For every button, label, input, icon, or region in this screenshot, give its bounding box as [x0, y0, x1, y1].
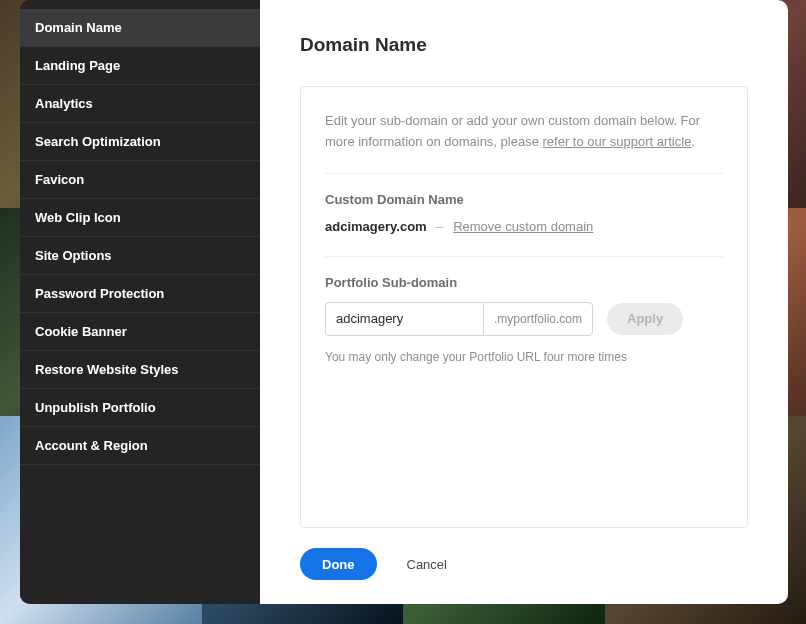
sidebar-item-label: Favicon — [35, 172, 84, 187]
panel-footer: Done Cancel — [300, 548, 748, 580]
settings-panel: Domain Name Edit your sub-domain or add … — [260, 0, 788, 604]
settings-sidebar: Domain Name Landing Page Analytics Searc… — [20, 0, 260, 604]
custom-domain-value: adcimagery.com — [325, 219, 427, 234]
subdomain-suffix: .myportfolio.com — [483, 302, 593, 336]
sidebar-item-unpublish-portfolio[interactable]: Unpublish Portfolio — [20, 389, 260, 427]
sidebar-item-password-protection[interactable]: Password Protection — [20, 275, 260, 313]
settings-modal: Domain Name Landing Page Analytics Searc… — [20, 0, 788, 604]
subdomain-row: .myportfolio.com Apply — [325, 302, 723, 336]
sidebar-item-label: Cookie Banner — [35, 324, 127, 339]
sidebar-item-label: Password Protection — [35, 286, 164, 301]
sidebar-item-site-options[interactable]: Site Options — [20, 237, 260, 275]
sidebar-item-label: Restore Website Styles — [35, 362, 179, 377]
sidebar-item-favicon[interactable]: Favicon — [20, 161, 260, 199]
intro-text: Edit your sub-domain or add your own cus… — [325, 111, 723, 174]
remove-custom-domain-link[interactable]: Remove custom domain — [453, 219, 593, 234]
sidebar-item-label: Web Clip Icon — [35, 210, 121, 225]
sidebar-item-label: Account & Region — [35, 438, 148, 453]
sidebar-item-label: Analytics — [35, 96, 93, 111]
sidebar-item-label: Domain Name — [35, 20, 122, 35]
sidebar-item-search-optimization[interactable]: Search Optimization — [20, 123, 260, 161]
panel-content: Edit your sub-domain or add your own cus… — [300, 86, 748, 528]
sidebar-item-restore-website-styles[interactable]: Restore Website Styles — [20, 351, 260, 389]
sidebar-item-label: Site Options — [35, 248, 112, 263]
support-article-link[interactable]: refer to our support article — [543, 134, 692, 149]
subdomain-input[interactable] — [325, 302, 483, 336]
panel-title: Domain Name — [300, 34, 748, 56]
sidebar-item-label: Unpublish Portfolio — [35, 400, 156, 415]
sidebar-item-label: Search Optimization — [35, 134, 161, 149]
custom-domain-row: adcimagery.com – Remove custom domain — [325, 219, 723, 257]
custom-domain-label: Custom Domain Name — [325, 192, 723, 207]
sidebar-item-analytics[interactable]: Analytics — [20, 85, 260, 123]
sidebar-item-domain-name[interactable]: Domain Name — [20, 9, 260, 47]
sidebar-item-cookie-banner[interactable]: Cookie Banner — [20, 313, 260, 351]
subdomain-hint: You may only change your Portfolio URL f… — [325, 350, 723, 364]
sidebar-item-landing-page[interactable]: Landing Page — [20, 47, 260, 85]
sidebar-item-web-clip-icon[interactable]: Web Clip Icon — [20, 199, 260, 237]
sidebar-item-account-region[interactable]: Account & Region — [20, 427, 260, 465]
subdomain-label: Portfolio Sub-domain — [325, 275, 723, 290]
sidebar-item-label: Landing Page — [35, 58, 120, 73]
cancel-button[interactable]: Cancel — [407, 557, 447, 572]
apply-button[interactable]: Apply — [607, 303, 683, 335]
done-button[interactable]: Done — [300, 548, 377, 580]
intro-after: . — [691, 134, 695, 149]
separator: – — [436, 219, 443, 234]
